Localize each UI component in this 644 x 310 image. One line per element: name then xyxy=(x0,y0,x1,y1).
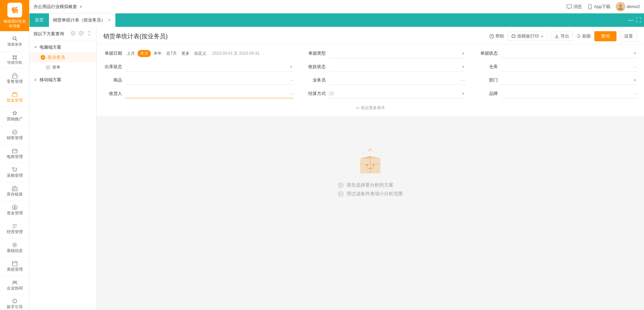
add-plan-button[interactable] xyxy=(70,30,76,37)
desktop-plans-header[interactable]: 电脑端方案 xyxy=(30,42,96,52)
svg-point-39 xyxy=(366,164,368,166)
date-tab-more[interactable]: 更多 xyxy=(179,50,192,57)
chevron-down-icon xyxy=(34,45,38,49)
date-tab-this-month[interactable]: 本月 xyxy=(138,50,151,57)
tab-minimize-button[interactable]: — xyxy=(628,17,633,23)
goods-dots[interactable]: ··· xyxy=(289,78,293,83)
salesperson-input[interactable] xyxy=(328,77,460,83)
svg-rect-5 xyxy=(15,58,17,59)
filter-salesperson: 业务员 ··· xyxy=(307,75,466,85)
logo-text: 畅捷通好生意 标准版 xyxy=(4,19,26,29)
svg-rect-15 xyxy=(12,261,17,266)
left-panel-header: 按以下方案查询 xyxy=(30,27,96,41)
tab-home[interactable]: 首页 xyxy=(30,13,49,27)
receiver-input[interactable] xyxy=(125,90,288,97)
settings-button[interactable]: 设置 xyxy=(620,31,637,42)
query-button[interactable]: 查询 xyxy=(594,31,616,41)
goods-input[interactable] xyxy=(125,77,288,83)
svg-point-38 xyxy=(358,160,359,160)
sidebar-item-operations[interactable]: 经营管理 xyxy=(0,220,29,239)
goods-label: 商品 xyxy=(103,77,122,83)
edit-plan-button[interactable] xyxy=(78,30,84,37)
workspace-dropdown-button[interactable]: ▾ xyxy=(80,4,82,9)
empty-state: 1 请先选择要分析的方案 2 用过滤条件来缩小分析范围 xyxy=(97,116,644,224)
receipt-status-input[interactable] xyxy=(328,63,466,70)
message-button[interactable]: 消息 xyxy=(567,4,582,10)
sidebar-logo[interactable]: 畅 畅捷通好生意 标准版 xyxy=(0,0,29,31)
sidebar-item-inventory[interactable]: 库存核算 xyxy=(0,182,29,201)
svg-point-37 xyxy=(377,151,378,152)
svg-point-31 xyxy=(491,37,492,37)
filter-receiver: 收货人 ··· xyxy=(103,89,293,98)
filter-row-4: 收货人 ··· 结算方式 × ▾ xyxy=(103,89,637,98)
collab-icon xyxy=(12,279,18,286)
date-tab-last-month[interactable]: 上月 xyxy=(125,50,137,57)
sidebar-item-collab[interactable]: 企业协同 xyxy=(0,276,29,295)
receiver-dots[interactable]: ··· xyxy=(289,91,293,96)
tabbar: 首页 销货单统计表（按业务员） × — ⛶ xyxy=(30,13,644,27)
export-button[interactable]: 导出 xyxy=(551,32,573,41)
out-status-input-wrap: ▾ xyxy=(125,62,293,71)
svg-rect-9 xyxy=(12,149,17,153)
warehouse-dots[interactable]: ··· xyxy=(633,64,637,69)
refresh-button[interactable]: 刷新 xyxy=(576,33,591,39)
brand-input[interactable] xyxy=(500,90,632,97)
retail-icon xyxy=(12,73,18,79)
sidebar-item-retail[interactable]: 零售管理 xyxy=(0,69,29,88)
page-actions: 帮助 按模板打印 导出 刷新 xyxy=(489,31,637,42)
left-panel-title: 按以下方案查询 xyxy=(34,31,64,37)
brand-dots[interactable]: ··· xyxy=(633,91,637,96)
sidebar-item-basics[interactable]: 基础信息 xyxy=(0,239,29,257)
content-area: 按以下方案查询 电脑端方案 xyxy=(30,27,644,310)
out-status-label: 出库状态 xyxy=(103,64,122,70)
svg-line-1 xyxy=(15,39,17,41)
doc-type-input[interactable] xyxy=(328,50,466,56)
print-template-button[interactable]: 按模板打印 xyxy=(507,32,547,41)
help-button[interactable]: 帮助 xyxy=(489,33,504,39)
out-status-input[interactable] xyxy=(125,63,293,70)
settlement-tag-clear-button[interactable]: × xyxy=(330,92,333,96)
date-tab-this-year[interactable]: 本年 xyxy=(152,50,164,57)
svg-rect-2 xyxy=(13,55,14,57)
date-tab-custom[interactable]: 自定义 xyxy=(192,50,208,57)
filter-row-2: 出库状态 ▾ 收款状态 ▾ xyxy=(103,62,637,71)
sidebar-item-ecom[interactable]: 电商管理 xyxy=(0,145,29,163)
filter-doc-type: 单据类型 ▾ xyxy=(307,49,466,58)
collapse-panel-button[interactable] xyxy=(86,30,92,37)
finance-icon xyxy=(12,204,18,210)
sidebar-item-finance[interactable]: 资金管理 xyxy=(0,201,29,220)
sidebar-item-wholesale[interactable]: 批发管理 xyxy=(0,88,29,107)
plan-item-by-order[interactable]: 按单 xyxy=(30,62,96,72)
tab-sales-stats[interactable]: 销货单统计表（按业务员） × xyxy=(49,13,115,27)
salesperson-dots[interactable]: ··· xyxy=(462,78,466,83)
tab-close-button[interactable]: × xyxy=(107,18,111,22)
sidebar-item-marketing[interactable]: 营销推广 xyxy=(0,107,29,126)
empty-step-2: 2 用过滤条件来缩小分析范围 xyxy=(338,191,403,197)
filter-department: 部门 ▾ xyxy=(479,75,638,85)
warehouse-input-wrap: ··· xyxy=(500,62,638,71)
date-tab-7days[interactable]: 近7天 xyxy=(164,50,179,57)
tab-maximize-button[interactable]: ⛶ xyxy=(636,17,641,23)
sidebar-item-sales[interactable]: 销售管理 xyxy=(0,126,29,145)
receipt-status-label: 收款状态 xyxy=(307,64,326,70)
empty-illustration xyxy=(350,143,390,177)
department-input[interactable] xyxy=(500,77,638,83)
search-menu-button[interactable]: 搜索菜单 xyxy=(1,34,28,49)
sidebar-item-purchase[interactable]: 采购管理 xyxy=(0,163,29,182)
svg-point-36 xyxy=(363,153,364,154)
basics-icon xyxy=(12,242,18,248)
collapse-more-filters-button[interactable]: 收起更多条件 xyxy=(103,102,637,112)
sidebar-item-system[interactable]: 系统管理 xyxy=(0,257,29,276)
warehouse-input[interactable] xyxy=(500,63,632,70)
topbar: 办公用品行业模拟账套 ▾ 消息 App下载 xyxy=(30,0,644,13)
sidebar-item-newbie[interactable]: 新手引导 xyxy=(0,295,29,310)
mobile-plans-header[interactable]: 移动端方案 xyxy=(30,75,96,85)
app-download-button[interactable]: App下载 xyxy=(587,4,610,10)
filter-out-status: 出库状态 ▾ xyxy=(103,62,293,71)
doc-type-label: 单据类型 xyxy=(307,50,326,56)
plan-item-by-salesperson[interactable]: 按业务员 xyxy=(30,52,96,62)
doc-status-input[interactable] xyxy=(500,50,638,56)
user-profile-button[interactable]: demo2 xyxy=(616,2,640,11)
quick-nav-button[interactable]: 快捷导航 xyxy=(0,52,29,68)
svg-rect-3 xyxy=(15,55,17,57)
